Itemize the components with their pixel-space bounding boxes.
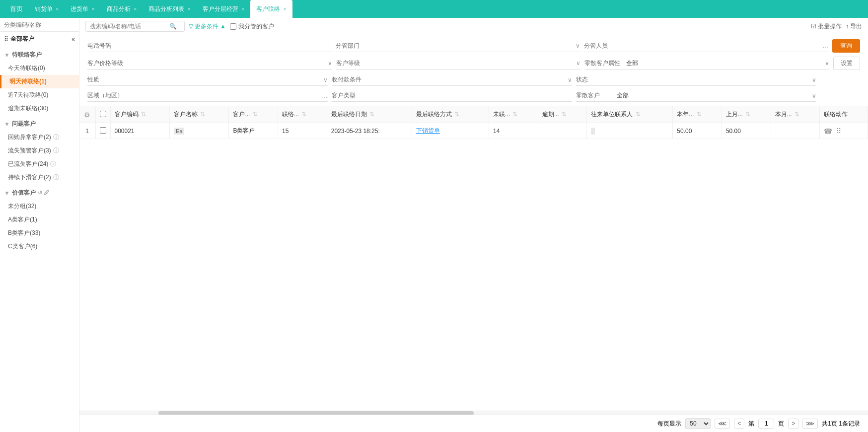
first-page-button[interactable]: ⋘ [715,419,730,429]
sort-last-method-icon[interactable]: ⇅ [454,111,459,118]
batch-operation-button[interactable]: ☑ 批量操作 [811,22,842,31]
filter-payment-terms[interactable]: 收付款条件 ∨ [332,74,572,86]
filter-price-level[interactable]: 客户价格等级 ∨ [87,58,332,70]
query-button[interactable]: 查询 [832,39,860,53]
filter-phone[interactable]: 电话号码 [87,40,332,52]
close-purchase-order-icon[interactable]: × [91,6,94,12]
close-product-analysis-icon[interactable]: × [134,6,137,12]
next-page-button[interactable]: > [788,419,798,429]
sidebar-item-abnormal-repurchase[interactable]: 回购异常客户(2) ⓘ [0,131,79,144]
filter-row-1: 电话号码 分管部门 ∨ 分管人员 … 查询 [87,39,860,53]
customer-level-dropdown-icon[interactable]: ∨ [576,60,580,67]
retail-attr-dropdown-icon[interactable]: ∨ [825,60,829,67]
filter-region[interactable]: 区域（地区） … [87,90,328,102]
sidebar-item-churned[interactable]: 已流失客户(24) ⓘ [0,157,79,171]
sidebar-item-class-b[interactable]: B类客户(33) [0,226,79,240]
sort-overdue-icon[interactable]: ⇅ [562,111,567,118]
phone-label: 电话号码 [87,42,122,50]
close-customer-stratification-icon[interactable]: × [241,6,244,12]
price-level-dropdown-icon[interactable]: ∨ [328,60,332,67]
sort-type-icon[interactable]: ⇅ [253,111,258,118]
row-last-method[interactable]: 下销货单 [412,123,489,139]
filter-retail-attr[interactable]: 零散客户属性 全部 ∨ [584,58,829,70]
nav-home[interactable]: 首页 [4,0,29,18]
sidebar-item-declining[interactable]: 持续下滑客户(2) ⓘ [0,171,79,184]
row-checkbox-cell[interactable] [95,123,110,139]
select-all-checkbox[interactable] [100,111,106,117]
manager-more-icon[interactable]: … [822,42,828,49]
last-method-link[interactable]: 下销货单 [416,127,440,134]
sidebar-search-input[interactable] [4,21,78,28]
sidebar-item-ungrouped[interactable]: 未分组(32) [0,200,79,213]
region-more-icon[interactable]: … [322,92,328,99]
all-customers-label: 全部客户 [10,35,34,43]
nav-product-analysis-list[interactable]: 商品分析列表 × [143,0,196,18]
my-customers-filter[interactable]: 我分管的客户 [230,22,274,31]
row-customer-name[interactable]: Ea [169,123,228,139]
retail-dropdown-icon[interactable]: ∨ [812,92,816,99]
th-customer-type: 客户... ⇅ [229,106,278,123]
sort-last-month-icon[interactable]: ⇅ [745,111,750,118]
sidebar-item-today-contact[interactable]: 今天待联络(0) [0,62,79,75]
close-customer-contact-icon[interactable]: × [283,6,286,12]
filter-manager[interactable]: 分管人员 … [584,40,828,52]
export-button[interactable]: ↑ 导出 [846,22,862,31]
sidebar-search-box[interactable]: 🔍 [0,18,79,32]
filter-retail[interactable]: 零散客户 全部 ∨ [576,90,816,102]
filter-status[interactable]: 状态 ∨ [576,74,816,86]
page-number-input[interactable] [758,419,774,429]
action-phone-icon[interactable]: ☎ [824,127,832,135]
search-input[interactable] [90,23,169,30]
action-grid-icon[interactable]: ⠿ [836,127,841,135]
sidebar-item-overdue-contact[interactable]: 逾期未联络(30) [0,102,79,115]
sidebar-item-class-a[interactable]: A类客户(1) [0,213,79,226]
prev-page-button[interactable]: < [734,419,744,429]
filter-customer-type[interactable]: 客户类型 [332,90,572,102]
sidebar-all-customers-header[interactable]: ⠿ 全部客户 « [0,32,79,46]
th-checkbox[interactable] [95,106,110,123]
column-settings-icon[interactable]: ⚙ [84,111,90,119]
department-dropdown-icon[interactable]: ∨ [576,42,580,49]
my-customers-checkbox[interactable] [230,23,236,30]
table-row: 1 000021 Ea B类客户 15 2023-05-23 18:25: 下销… [79,123,868,139]
close-sales-order-icon[interactable]: × [56,6,59,12]
close-product-analysis-list-icon[interactable]: × [187,6,190,12]
nature-dropdown-icon[interactable]: ∨ [323,76,328,83]
status-dropdown-icon[interactable]: ∨ [812,76,816,83]
filter-nature[interactable]: 性质 ∨ [87,74,328,86]
sidebar-item-7days-contact[interactable]: 近7天待联络(0) [0,88,79,102]
filter-customer-level[interactable]: 客户等级 ∨ [336,58,581,70]
export-icon: ↑ [846,23,849,30]
nav-sales-order[interactable]: 销货单 × [29,0,65,18]
sort-uncontacted-icon[interactable]: ⇅ [512,111,517,118]
filter-department[interactable]: 分管部门 ∨ [336,40,580,52]
nav-customer-contact[interactable]: 客户联络 × [250,0,292,18]
sidebar-item-class-c[interactable]: C类客户(6) [0,240,79,253]
page-num-label: 第 [748,420,754,428]
th-action: 联络动作 [820,106,868,123]
row-checkbox[interactable] [100,127,106,134]
more-conditions-button[interactable]: ▽ 更多条件 ▲ [189,22,226,31]
collapse-icon[interactable]: « [72,36,75,43]
sort-contacts-icon[interactable]: ⇅ [301,111,306,118]
sort-unit-contact-icon[interactable]: ⇅ [636,111,641,118]
search-button[interactable]: 🔍 [169,23,177,30]
sort-code-icon[interactable]: ⇅ [141,111,146,118]
sidebar: 🔍 ⠿ 全部客户 « ▼ 待联络客户 今天待联络(0) 明天待联络(1) 近7天… [0,18,79,432]
sort-this-year-icon[interactable]: ⇅ [697,111,702,118]
sidebar-item-tomorrow-contact[interactable]: 明天待联络(1) [0,75,79,88]
sort-last-date-icon[interactable]: ⇅ [369,111,374,118]
search-box[interactable]: 🔍 [85,21,185,32]
reset-button[interactable]: 设置 [833,57,860,70]
sort-this-month-icon[interactable]: ⇅ [795,111,799,118]
nav-product-analysis[interactable]: 商品分析 × [101,0,143,18]
payment-terms-dropdown-icon[interactable]: ∨ [568,76,572,83]
last-page-button[interactable]: ⋙ [802,419,818,429]
page-size-select[interactable]: 50 100 200 [685,418,711,429]
sort-name-icon[interactable]: ⇅ [200,111,205,118]
nav-customer-stratification[interactable]: 客户分层经营 × [197,0,250,18]
th-settings[interactable]: ⚙ [79,106,95,123]
sidebar-item-churn-warning[interactable]: 流失预警客户(3) ⓘ [0,144,79,157]
nav-purchase-order[interactable]: 进货单 × [65,0,100,18]
horizontal-scrollbar[interactable] [79,411,868,415]
